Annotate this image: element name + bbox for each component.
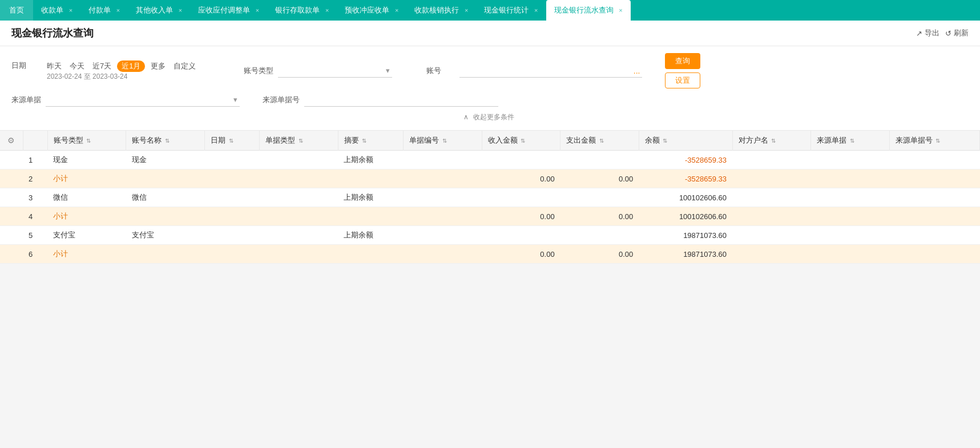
date-btn-today[interactable]: 今天 xyxy=(67,60,87,72)
nav-cash-bank-stat[interactable]: 现金银行统计 × xyxy=(476,0,546,21)
close-other-income-icon[interactable]: × xyxy=(179,7,182,14)
nav-home[interactable]: 首页 xyxy=(0,0,33,21)
th-income[interactable]: 收入金额 ⇅ xyxy=(482,131,560,151)
table-container: ⚙ 账号类型 ⇅ 账号名称 ⇅ 日期 ⇅ 单据类型 ⇅ 摘要 ⇅ 单据编号 ⇅ … xyxy=(0,131,980,264)
source-doc-no-input[interactable] xyxy=(304,93,498,107)
cell-doc-type xyxy=(260,151,338,169)
cell-account-type: 小计 xyxy=(47,245,126,264)
cell-source-doc-no xyxy=(889,245,979,264)
sort-doc-no-icon: ⇅ xyxy=(442,138,447,144)
account-type-select[interactable]: ▾ xyxy=(278,64,392,78)
cell-account-name xyxy=(126,245,205,264)
th-account-name[interactable]: 账号名称 ⇅ xyxy=(126,131,205,151)
cell-counterparty xyxy=(732,207,811,226)
cell-summary: 上期余额 xyxy=(338,188,403,207)
th-account-type[interactable]: 账号类型 ⇅ xyxy=(47,131,126,151)
th-balance[interactable]: 余额 ⇅ xyxy=(639,131,732,151)
th-summary[interactable]: 摘要 ⇅ xyxy=(338,131,403,151)
collapse-bar[interactable]: ∧ 收起更多条件 xyxy=(11,110,969,126)
sort-counterparty-icon: ⇅ xyxy=(771,138,776,144)
close-bank-deposit-icon[interactable]: × xyxy=(325,7,329,14)
cell-date xyxy=(204,245,259,264)
cell-account-name: 微信 xyxy=(126,188,205,207)
source-doc-no-filter: 来源单据号 xyxy=(263,93,498,107)
cell-account-name xyxy=(126,169,205,188)
cell-row-num: 5 xyxy=(23,226,47,245)
nav-other-income[interactable]: 其他收入单 × xyxy=(128,0,190,21)
close-collection-verify-icon[interactable]: × xyxy=(465,7,468,14)
nav-advance-offset[interactable]: 预收冲应收单 × xyxy=(337,0,406,21)
settings-button[interactable]: 设置 xyxy=(665,72,700,88)
header-actions: ↗ 导出 ↺ 刷新 xyxy=(916,28,969,38)
date-btn-7days[interactable]: 近7天 xyxy=(90,60,114,72)
th-date[interactable]: 日期 ⇅ xyxy=(204,131,259,151)
sort-income-icon: ⇅ xyxy=(521,138,525,144)
cell-date xyxy=(204,169,259,188)
close-cash-bank-flow-icon[interactable]: × xyxy=(619,7,622,14)
source-doc-no-label: 来源单据号 xyxy=(263,95,300,105)
account-no-dots-icon[interactable]: ... xyxy=(634,66,640,75)
account-type-filter: 账号类型 ▾ xyxy=(244,64,392,78)
account-no-filter: 账号 ... xyxy=(426,64,642,78)
nav-payment[interactable]: 付款单 × xyxy=(80,0,128,21)
close-ar-ap-icon[interactable]: × xyxy=(256,7,259,14)
sort-summary-icon: ⇅ xyxy=(362,138,366,144)
th-doc-no[interactable]: 单据编号 ⇅ xyxy=(404,131,482,151)
nav-collection-verify[interactable]: 收款核销执行 × xyxy=(406,0,476,21)
date-btn-yesterday[interactable]: 昨天 xyxy=(45,60,64,72)
nav-receipt[interactable]: 收款单 × xyxy=(33,0,80,21)
cell-account-name xyxy=(126,207,205,226)
cell-row-num: 3 xyxy=(23,188,47,207)
table-row: 6 小计 0.00 0.00 19871073.60 xyxy=(0,245,980,264)
query-button[interactable]: 查询 xyxy=(665,53,700,69)
cell-expense: 0.00 xyxy=(560,245,639,264)
cell-expense xyxy=(560,226,639,245)
cell-expense: 0.00 xyxy=(560,207,639,226)
cell-source-doc-no xyxy=(889,151,979,169)
nav-bank-deposit[interactable]: 银行存取款单 × xyxy=(267,0,337,21)
cell-source-doc-no xyxy=(889,207,979,226)
cell-date xyxy=(204,151,259,169)
cell-account-name: 现金 xyxy=(126,151,205,169)
page-title: 现金银行流水查询 xyxy=(11,26,94,40)
account-no-input[interactable]: ... xyxy=(459,64,642,78)
filter-area: 日期 昨天 今天 近7天 近1月 更多 自定义 2023-02-24 至 202… xyxy=(0,46,980,131)
th-settings[interactable]: ⚙ xyxy=(0,131,23,151)
collapse-chevron-icon: ∧ xyxy=(463,113,469,121)
export-button[interactable]: ↗ 导出 xyxy=(916,28,939,38)
close-advance-offset-icon[interactable]: × xyxy=(395,7,398,14)
date-btn-more[interactable]: 更多 xyxy=(148,60,168,72)
cell-source-doc xyxy=(811,245,890,264)
date-btn-1month[interactable]: 近1月 xyxy=(117,60,145,72)
th-expense[interactable]: 支出金额 ⇅ xyxy=(560,131,639,151)
cell-source-doc xyxy=(811,188,890,207)
cell-summary: 上期余额 xyxy=(338,226,403,245)
account-type-chevron-icon: ▾ xyxy=(386,66,390,75)
close-cash-bank-stat-icon[interactable]: × xyxy=(534,7,538,14)
cell-source-doc xyxy=(811,207,890,226)
date-shortcuts: 昨天 今天 近7天 近1月 更多 自定义 xyxy=(45,60,198,72)
th-source-doc-no[interactable]: 来源单据号 ⇅ xyxy=(889,131,979,151)
nav-ar-ap[interactable]: 应收应付调整单 × xyxy=(190,0,267,21)
action-buttons: 查询 设置 xyxy=(665,53,700,88)
close-receipt-icon[interactable]: × xyxy=(69,7,72,14)
cell-account-type: 小计 xyxy=(47,207,126,226)
cell-summary xyxy=(338,245,403,264)
th-source-doc[interactable]: 来源单据 ⇅ xyxy=(811,131,890,151)
date-range-display: 2023-02-24 至 2023-03-24 xyxy=(47,72,198,82)
table-row: 2 小计 0.00 0.00 -3528659.33 xyxy=(0,169,980,188)
cell-income xyxy=(482,226,560,245)
sort-account-name-icon: ⇅ xyxy=(165,138,170,144)
cell-checkbox xyxy=(0,188,23,207)
refresh-button[interactable]: ↺ 刷新 xyxy=(945,28,969,38)
close-payment-icon[interactable]: × xyxy=(116,7,120,14)
th-counterparty[interactable]: 对方户名 ⇅ xyxy=(732,131,811,151)
date-btn-custom[interactable]: 自定义 xyxy=(171,60,198,72)
source-doc-select[interactable]: ▾ xyxy=(46,93,240,107)
cell-expense xyxy=(560,188,639,207)
nav-cash-bank-flow[interactable]: 现金银行流水查询 × xyxy=(546,0,631,21)
source-doc-label: 来源单据 xyxy=(11,95,41,105)
top-navigation: 首页 收款单 × 付款单 × 其他收入单 × 应收应付调整单 × 银行存取款单 … xyxy=(0,0,980,21)
th-row-num xyxy=(23,131,47,151)
th-doc-type[interactable]: 单据类型 ⇅ xyxy=(260,131,338,151)
